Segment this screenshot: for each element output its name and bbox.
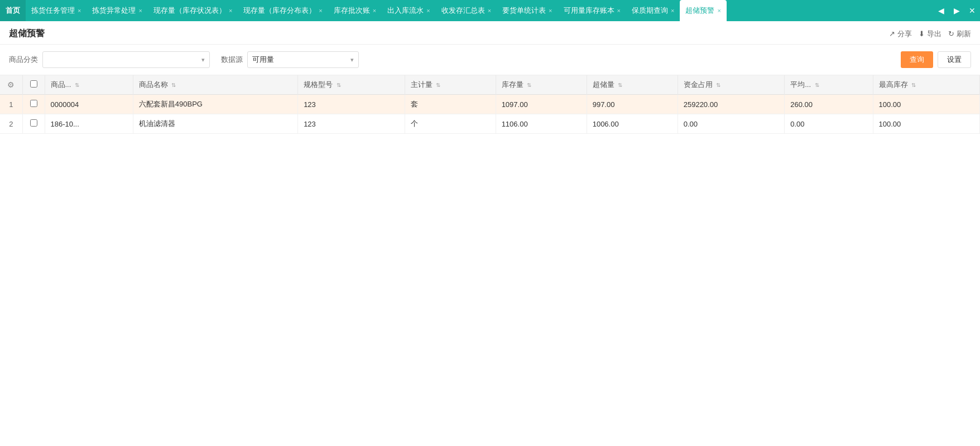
row-checkbox-cell[interactable] xyxy=(22,114,45,134)
nav-prev-button[interactable]: ◀ xyxy=(933,0,949,21)
row-name: 机油滤清器 xyxy=(133,114,297,134)
sort-icon: ⇅ xyxy=(618,82,622,88)
export-icon: ⬇ xyxy=(919,30,925,38)
settings-button[interactable]: 设置 xyxy=(938,51,971,68)
page-header: 超储预警 ↗ 分享 ⬇ 导出 ↻ 刷新 xyxy=(0,21,980,45)
close-icon[interactable]: × xyxy=(617,7,621,14)
row-num: 2 xyxy=(0,114,22,134)
datasource-select-value: 可用量 xyxy=(252,55,274,65)
table-body: 1 0000004 六配套新昌490BPG 123 套 1097.00 997.… xyxy=(0,95,980,134)
nav-item-pick-task[interactable]: 拣货任务管理 × xyxy=(26,0,87,21)
select-all-checkbox[interactable] xyxy=(30,80,37,88)
col-header-capital[interactable]: 资金占用 ⇅ xyxy=(678,75,784,95)
share-button[interactable]: ↗ 分享 xyxy=(889,29,912,39)
datasource-filter: 数据源 可用量 ▾ xyxy=(221,51,359,68)
col-header-spec[interactable]: 规格型号 ⇅ xyxy=(298,75,405,95)
row-spec: 123 xyxy=(298,114,405,134)
col-header-code[interactable]: 商品... ⇅ xyxy=(45,75,133,95)
nav-item-receive-summary[interactable]: 收发存汇总表 × xyxy=(436,0,497,21)
row-unit: 个 xyxy=(405,114,496,134)
sort-icon: ⇅ xyxy=(527,82,531,88)
table-header-row: 商品... ⇅ 商品名称 ⇅ 规格型号 ⇅ 主计量 ⇅ 库存量 ⇅ xyxy=(0,75,980,95)
category-filter: 商品分类 ▾ xyxy=(9,51,210,68)
header-actions: ↗ 分享 ⬇ 导出 ↻ 刷新 xyxy=(889,29,971,39)
nav-arrows: ◀ ▶ ✕ xyxy=(933,0,980,21)
sort-icon: ⇅ xyxy=(75,82,79,88)
sort-icon: ⇅ xyxy=(436,82,440,88)
close-icon[interactable]: × xyxy=(138,7,142,14)
sort-icon: ⇅ xyxy=(171,82,176,88)
row-capital: 259220.00 xyxy=(678,95,784,114)
query-button[interactable]: 查询 xyxy=(901,51,933,68)
sort-icon: ⇅ xyxy=(815,82,819,88)
nav-next-button[interactable]: ▶ xyxy=(949,0,964,21)
nav-item-inout-flow[interactable]: 出入库流水 × xyxy=(382,0,435,21)
col-header-overstock[interactable]: 超储量 ⇅ xyxy=(587,75,678,95)
close-icon[interactable]: × xyxy=(671,7,674,14)
col-header-name[interactable]: 商品名称 ⇅ xyxy=(133,75,297,95)
row-name: 六配套新昌490BPG xyxy=(133,95,297,114)
row-avg: 0.00 xyxy=(785,114,873,134)
row-max: 100.00 xyxy=(873,95,980,114)
top-nav: 首页 拣货任务管理 × 拣货异常处理 × 现存量（库存状况表） × 现存量（库存… xyxy=(0,0,980,21)
data-table: 商品... ⇅ 商品名称 ⇅ 规格型号 ⇅ 主计量 ⇅ 库存量 ⇅ xyxy=(0,75,980,134)
row-capital: 0.00 xyxy=(678,114,784,134)
row-overstock: 997.00 xyxy=(587,95,678,114)
chevron-down-icon: ▾ xyxy=(201,56,205,64)
close-icon[interactable]: × xyxy=(549,7,552,14)
row-num: 1 xyxy=(0,95,22,114)
row-checkbox[interactable] xyxy=(30,119,37,127)
nav-item-available-book[interactable]: 可用量库存账本 × xyxy=(558,0,626,21)
col-header-stock[interactable]: 库存量 ⇅ xyxy=(496,75,587,95)
refresh-icon: ↻ xyxy=(948,30,954,38)
settings-col-header[interactable] xyxy=(0,75,22,95)
row-code: 186-10... xyxy=(45,114,133,134)
nav-item-expiry-query[interactable]: 保质期查询 × xyxy=(626,0,680,21)
nav-item-overstock-warning[interactable]: 超储预警 × xyxy=(680,0,726,21)
table-row: 1 0000004 六配套新昌490BPG 123 套 1097.00 997.… xyxy=(0,95,980,114)
refresh-button[interactable]: ↻ 刷新 xyxy=(948,29,971,39)
row-checkbox-cell[interactable] xyxy=(22,95,45,114)
nav-item-order-stats[interactable]: 要货单统计表 × xyxy=(497,0,558,21)
table-container: 商品... ⇅ 商品名称 ⇅ 规格型号 ⇅ 主计量 ⇅ 库存量 ⇅ xyxy=(0,75,980,134)
datasource-select[interactable]: 可用量 ▾ xyxy=(247,51,359,68)
close-icon[interactable]: × xyxy=(426,7,430,14)
nav-close-button[interactable]: ✕ xyxy=(964,0,980,21)
close-icon[interactable]: × xyxy=(373,7,376,14)
sort-icon: ⇅ xyxy=(337,82,341,88)
nav-item-batch-account[interactable]: 库存批次账 × xyxy=(328,0,382,21)
table-row: 2 186-10... 机油滤清器 123 个 1106.00 1006.00 … xyxy=(0,114,980,134)
category-select[interactable]: ▾ xyxy=(42,51,210,68)
row-overstock: 1006.00 xyxy=(587,114,678,134)
datasource-label: 数据源 xyxy=(221,55,243,65)
col-header-unit[interactable]: 主计量 ⇅ xyxy=(405,75,496,95)
sort-icon: ⇅ xyxy=(911,82,916,88)
nav-item-inventory-status[interactable]: 现存量（库存状况表） × xyxy=(148,0,238,21)
checkbox-col-header[interactable] xyxy=(22,75,45,95)
col-header-avg[interactable]: 平均... ⇅ xyxy=(785,75,873,95)
chevron-down-icon: ▾ xyxy=(350,56,354,64)
row-stock: 1097.00 xyxy=(496,95,587,114)
filter-actions: 查询 设置 xyxy=(901,51,971,68)
row-max: 100.00 xyxy=(873,114,980,134)
row-checkbox[interactable] xyxy=(30,100,37,107)
row-stock: 1106.00 xyxy=(496,114,587,134)
row-avg: 260.00 xyxy=(785,95,873,114)
close-icon[interactable]: × xyxy=(78,7,81,14)
gear-icon xyxy=(7,81,15,89)
close-icon[interactable]: × xyxy=(488,7,491,14)
row-unit: 套 xyxy=(405,95,496,114)
close-icon[interactable]: × xyxy=(319,7,322,14)
category-label: 商品分类 xyxy=(9,55,38,65)
col-header-max[interactable]: 最高库存 ⇅ xyxy=(873,75,980,95)
close-icon[interactable]: × xyxy=(229,7,232,14)
nav-item-pick-exception[interactable]: 拣货异常处理 × xyxy=(87,0,147,21)
nav-item-inventory-dist[interactable]: 现存量（库存分布表） × xyxy=(238,0,328,21)
sort-icon: ⇅ xyxy=(716,82,720,88)
row-spec: 123 xyxy=(298,95,405,114)
page-title: 超储预警 xyxy=(9,28,45,40)
close-icon[interactable]: × xyxy=(717,7,720,14)
nav-item-home[interactable]: 首页 xyxy=(0,0,26,21)
export-button[interactable]: ⬇ 导出 xyxy=(919,29,941,39)
filter-area: 商品分类 ▾ 数据源 可用量 ▾ 查询 设置 xyxy=(0,45,980,75)
